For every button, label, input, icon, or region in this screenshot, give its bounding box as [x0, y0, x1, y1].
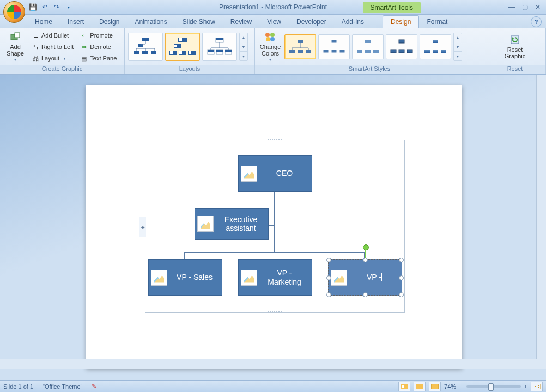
picture-placeholder-icon[interactable]	[331, 270, 347, 286]
svg-rect-22	[208, 50, 214, 52]
slideshow-view-button[interactable]	[429, 382, 441, 391]
office-logo-icon	[7, 5, 21, 19]
picture-placeholder-icon[interactable]	[241, 166, 257, 182]
org-node-vp-sales[interactable]: VP - Sales	[148, 259, 222, 296]
right-to-left-button[interactable]: ⇆Right to Left	[29, 41, 76, 52]
style-option-4[interactable]	[386, 34, 417, 59]
selection-handle[interactable]	[363, 292, 368, 297]
chevron-down-icon[interactable]: ▼	[240, 42, 247, 52]
picture-placeholder-icon[interactable]	[241, 270, 257, 286]
layout-button[interactable]: 品Layout▼	[29, 53, 76, 64]
tab-addins[interactable]: Add-Ins	[334, 16, 372, 28]
rotate-handle[interactable]	[363, 244, 369, 250]
contextual-tools: SmartArt Tools	[363, 0, 421, 14]
slide-canvas[interactable]: ◂▸ CEO Executive assistant	[86, 85, 462, 369]
tab-design[interactable]: Design	[92, 16, 127, 28]
picture-placeholder-icon[interactable]	[197, 216, 214, 232]
layout-option-3[interactable]	[202, 33, 237, 61]
styles-gallery-spinner[interactable]: ▲ ▼ ▾	[453, 33, 462, 61]
office-button[interactable]	[3, 1, 25, 23]
text-pane-toggle[interactable]: ◂▸	[139, 217, 146, 237]
style-option-1[interactable]	[284, 34, 316, 59]
text-cursor-icon	[381, 273, 382, 281]
tab-smartart-design[interactable]: Design	[383, 15, 419, 28]
zoom-slider[interactable]	[466, 385, 521, 388]
style-option-5[interactable]	[420, 34, 451, 59]
undo-icon[interactable]: ↶	[40, 3, 49, 11]
sorter-view-icon	[416, 384, 423, 389]
add-shape-button[interactable]: Add Shape ▼	[3, 30, 27, 64]
tab-insert[interactable]: Insert	[60, 16, 92, 28]
save-icon[interactable]: 💾	[28, 3, 37, 11]
promote-button[interactable]: ⇐Promote	[78, 30, 119, 41]
more-icon[interactable]: ▾	[240, 52, 247, 60]
qat-dropdown-icon[interactable]: ▾	[64, 3, 73, 11]
tab-slide-show[interactable]: Slide Show	[175, 16, 223, 28]
layout-option-1[interactable]	[128, 33, 163, 61]
ribbon: Add Shape ▼ ≣Add Bullet ⇆Right to Left 品…	[0, 28, 546, 75]
org-node-executive-assistant[interactable]: Executive assistant	[195, 208, 269, 240]
vertical-scrollbar[interactable]	[536, 75, 546, 359]
node-text: CEO	[259, 169, 312, 177]
picture-placeholder-icon[interactable]	[151, 270, 167, 286]
name-title-thumb-icon	[207, 38, 233, 56]
sorter-view-button[interactable]	[414, 382, 426, 391]
tab-smartart-format[interactable]: Format	[419, 16, 455, 28]
reset-graphic-button[interactable]: Reset Graphic	[500, 30, 530, 64]
tab-animations[interactable]: Animations	[127, 16, 174, 28]
tab-review[interactable]: Review	[223, 16, 259, 28]
resize-handle-top[interactable]	[267, 139, 283, 142]
chevron-down-icon[interactable]: ▼	[454, 42, 462, 52]
tab-developer[interactable]: Developer	[289, 16, 334, 28]
smartart-frame[interactable]: ◂▸ CEO Executive assistant	[145, 140, 405, 313]
close-icon[interactable]: ✕	[534, 3, 542, 11]
text-pane-button[interactable]: ▤Text Pane	[78, 53, 119, 64]
restore-icon[interactable]: ▢	[521, 3, 529, 11]
minimize-icon[interactable]: —	[508, 3, 515, 11]
horizontal-scrollbar[interactable]	[0, 359, 546, 369]
chevron-up-icon[interactable]: ▲	[240, 33, 247, 42]
svg-rect-43	[399, 50, 404, 53]
selection-handle[interactable]	[399, 275, 404, 280]
org-node-vp-editing[interactable]: VP -	[328, 259, 402, 296]
title-bar: 💾 ↶ ↷ ▾ Presentation1 - Microsoft PowerP…	[0, 0, 546, 15]
zoom-in-button[interactable]: +	[524, 383, 527, 390]
bullet-icon: ≣	[32, 32, 39, 39]
resize-handle-bottom[interactable]	[267, 311, 283, 314]
selection-handle[interactable]	[399, 258, 404, 262]
resize-handle-right[interactable]	[403, 218, 406, 235]
fit-window-button[interactable]	[531, 382, 543, 391]
org-node-ceo[interactable]: CEO	[238, 155, 312, 192]
more-icon[interactable]: ▾	[454, 52, 462, 60]
zoom-out-button[interactable]: −	[459, 383, 463, 390]
node-text[interactable]: VP -	[349, 273, 402, 281]
redo-icon[interactable]: ↷	[52, 3, 61, 11]
org-node-vp-marketing[interactable]: VP - Marketing	[238, 259, 312, 296]
selection-handle[interactable]	[326, 275, 331, 280]
chevron-up-icon[interactable]: ▲	[454, 33, 462, 42]
selection-handle[interactable]	[363, 258, 368, 262]
demote-button[interactable]: ⇒Demote	[78, 41, 119, 52]
selection-handle[interactable]	[326, 292, 331, 297]
svg-rect-44	[407, 50, 412, 53]
style-option-3[interactable]	[352, 34, 384, 59]
layout-option-2[interactable]	[165, 33, 200, 61]
help-icon[interactable]: ?	[531, 16, 542, 27]
status-theme: "Office Theme"	[43, 383, 82, 390]
add-bullet-button[interactable]: ≣Add Bullet	[29, 30, 76, 41]
selection-handle[interactable]	[399, 292, 404, 297]
style-option-2[interactable]	[318, 34, 350, 59]
slide-edit-area[interactable]: ◂▸ CEO Executive assistant	[0, 75, 546, 380]
spellcheck-icon[interactable]: ✎	[92, 383, 96, 390]
layouts-gallery-spinner[interactable]: ▲ ▼ ▾	[239, 33, 248, 61]
zoom-slider-thumb[interactable]	[488, 383, 494, 391]
connector	[274, 191, 275, 252]
normal-view-button[interactable]	[398, 382, 410, 391]
change-colors-button[interactable]: Change Colors ▼	[258, 30, 282, 64]
zoom-percent[interactable]: 74%	[444, 383, 456, 390]
change-colors-icon	[265, 32, 276, 42]
svg-rect-21	[216, 38, 223, 40]
tab-home[interactable]: Home	[27, 16, 60, 28]
selection-handle[interactable]	[326, 258, 331, 262]
tab-view[interactable]: View	[259, 16, 289, 28]
